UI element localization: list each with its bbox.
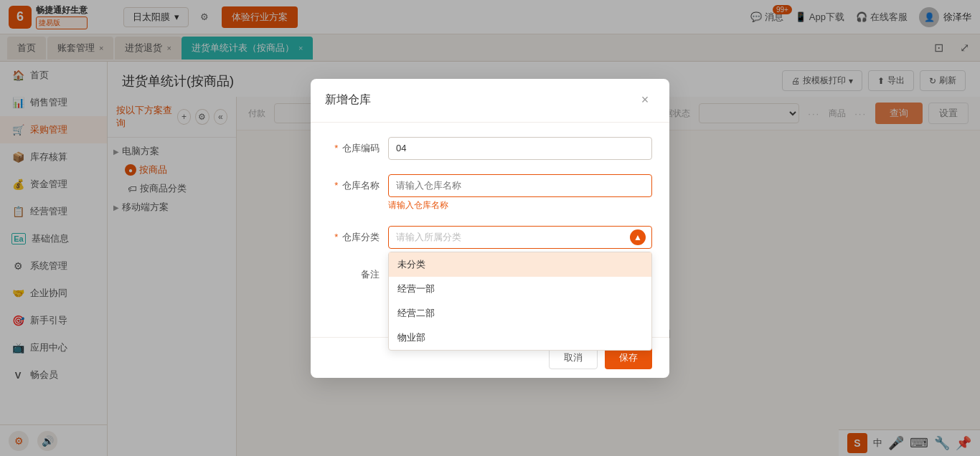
modal-header: 新增仓库 ×	[311, 79, 669, 123]
warehouse-name-input[interactable]	[388, 174, 652, 197]
code-control	[388, 137, 652, 160]
form-row-code: * 仓库编码	[328, 137, 652, 160]
modal-body: * 仓库编码 * 仓库名称 请输入仓库名称	[311, 123, 669, 337]
code-label: * 仓库编码	[328, 137, 380, 155]
modal-title: 新增仓库	[325, 92, 371, 108]
form-row-name: * 仓库名称 请输入仓库名称	[328, 174, 652, 212]
name-error-msg: 请输入仓库名称	[388, 199, 652, 212]
category-arrow-icon[interactable]: ▲	[630, 229, 646, 245]
name-label: * 仓库名称	[328, 174, 380, 192]
dropdown-item-dept1[interactable]: 经营一部	[389, 277, 651, 301]
category-dropdown: 未分类 经营一部 经营二部 物业部	[388, 252, 652, 351]
modal-close-button[interactable]: ×	[635, 90, 655, 110]
dropdown-item-dept2[interactable]: 经营二部	[389, 301, 651, 326]
dropdown-item-dept3[interactable]: 物业部	[389, 326, 651, 350]
warehouse-code-input[interactable]	[388, 137, 652, 160]
add-warehouse-modal: 新增仓库 × * 仓库编码 *	[311, 79, 669, 378]
dropdown-item-uncategorized[interactable]: 未分类	[389, 252, 651, 277]
remark-label: 备注	[328, 263, 380, 281]
category-label: * 仓库分类	[328, 226, 380, 244]
name-control: 请输入仓库名称	[388, 174, 652, 212]
category-select[interactable]: 请输入所属分类 ▲	[388, 226, 652, 249]
category-control: 请输入所属分类 ▲ 未分类 经营一部 经营二部 物业部	[388, 226, 652, 249]
app-container: 6 畅捷通好生意 捷易版 日太阳膜 ▾ ⚙ 体验行业方案 💬 消息 99+ 📱 …	[0, 0, 980, 456]
form-row-category: * 仓库分类 请输入所属分类 ▲ 未分类 经营一部 经营二部	[328, 226, 652, 249]
modal-overlay: 新增仓库 × * 仓库编码 *	[0, 0, 980, 456]
